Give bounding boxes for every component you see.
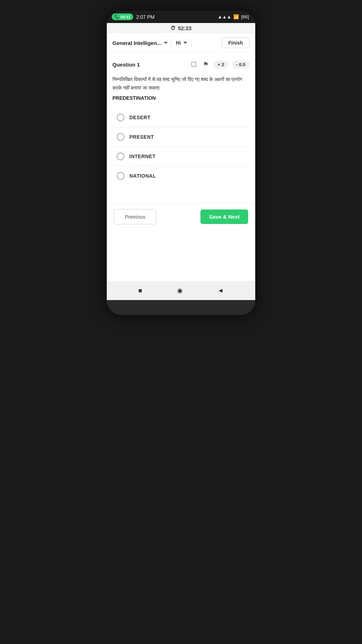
option-radio-a: [117, 114, 124, 121]
circle-icon: ◉: [177, 287, 183, 294]
subject-label: General Intelligen...: [112, 40, 161, 46]
timer-bar: ⏱ 52:23: [107, 23, 255, 33]
app-content: General Intelligen... Hi Finish Question…: [107, 33, 255, 281]
status-bar: 📞 04:41 2:07 PM ▲▲▲ 📶 [66]: [107, 11, 255, 23]
positive-score-badge: + 2: [214, 61, 228, 69]
status-bar-left: 📞 04:41 2:07 PM: [112, 13, 154, 20]
option-text-d: NATIONAL: [129, 173, 156, 179]
back-button[interactable]: ◄: [215, 285, 226, 297]
back-icon: ◄: [217, 287, 224, 294]
option-item-c[interactable]: INTERNET: [112, 147, 250, 166]
option-radio-c: [117, 153, 124, 160]
notch: [167, 11, 195, 18]
home-button[interactable]: ◉: [175, 284, 185, 297]
subject-chevron-icon: [164, 42, 168, 44]
negative-score-badge: - 0.5: [232, 61, 250, 69]
status-bar-right: ▲▲▲ 📶 [66]: [218, 14, 249, 19]
previous-button[interactable]: Previous: [114, 209, 156, 224]
recent-apps-button[interactable]: ■: [136, 285, 144, 297]
subject-selector[interactable]: General Intelligen...: [112, 40, 168, 46]
option-item-d[interactable]: NATIONAL: [112, 166, 250, 185]
system-nav-bar: ■ ◉ ◄: [107, 281, 255, 300]
option-radio-b: [117, 133, 124, 141]
question-text: निम्नलिखित विकल्पों में से वह शब्द चुनिए…: [112, 75, 250, 92]
option-radio-d: [117, 172, 124, 180]
app-header: General Intelligen... Hi Finish: [107, 33, 255, 53]
wifi-icon: 📶: [233, 14, 239, 19]
signal-icon: ▲▲▲: [218, 14, 232, 19]
finish-button[interactable]: Finish: [222, 38, 250, 48]
bookmark-icon: ☐: [191, 61, 197, 68]
options-list: DESERTPRESENTINTERNETNATIONAL: [112, 108, 250, 185]
option-text-b: PRESENT: [129, 134, 154, 140]
bottom-action-bar: Previous Save & Next: [107, 203, 255, 230]
timer-value: 52:23: [178, 25, 191, 31]
question-word: PREDESTINATION: [112, 95, 250, 101]
option-text-c: INTERNET: [129, 154, 156, 159]
option-text-a: DESERT: [129, 115, 151, 120]
bookmark-button[interactable]: ☐: [189, 60, 198, 69]
option-item-b[interactable]: PRESENT: [112, 127, 250, 147]
status-time: 2:07 PM: [136, 14, 154, 20]
call-indicator: 📞 04:41: [112, 13, 133, 20]
question-label: Question 1: [112, 62, 186, 68]
flag-button[interactable]: ⚑: [202, 60, 210, 69]
phone-frame: 📞 04:41 2:07 PM ▲▲▲ 📶 [66] ⏱ 52:23 Gener…: [107, 11, 255, 315]
square-icon: ■: [138, 287, 142, 294]
flag-icon: ⚑: [203, 61, 209, 68]
language-label: Hi: [176, 40, 181, 46]
language-selector[interactable]: Hi: [171, 39, 192, 47]
save-next-button[interactable]: Save & Next: [200, 209, 248, 224]
question-header: Question 1 ☐ ⚑ + 2 - 0.5: [112, 60, 250, 69]
timer-icon: ⏱: [170, 25, 176, 31]
option-item-a[interactable]: DESERT: [112, 108, 250, 127]
language-chevron-icon: [183, 42, 187, 44]
question-area: Question 1 ☐ ⚑ + 2 - 0.5 निम्नलिखित विकल…: [107, 53, 255, 189]
battery-icon: [66]: [241, 14, 249, 19]
